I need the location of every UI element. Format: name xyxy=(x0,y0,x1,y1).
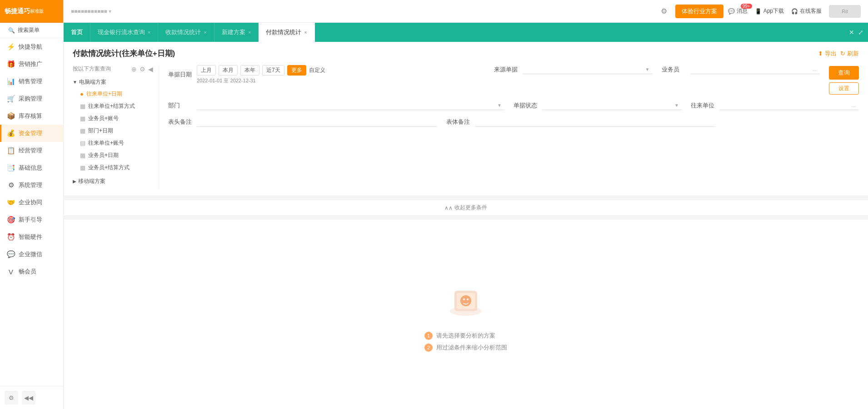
settings-icon[interactable]: ⚙ xyxy=(657,5,671,18)
filter-row-3: 表头备注 表体备注 xyxy=(168,116,859,127)
sidebar-item-system[interactable]: ⚙ 系统管理 xyxy=(0,177,63,194)
add-scheme-btn[interactable]: ⊕ xyxy=(131,66,137,73)
doc-status-field: 单据状态 ▼ xyxy=(514,101,682,110)
mobile-section-label: 移动端方案 xyxy=(78,177,105,185)
scheme-unit-date[interactable]: ● 往来单位+日期 xyxy=(73,88,153,100)
purchase-label: 采购管理 xyxy=(19,95,42,103)
scheme-staff-account[interactable]: ▦ 业务员+账号 xyxy=(73,112,153,125)
svg-point-5 xyxy=(467,298,469,300)
app-download-btn[interactable]: 📱 App下载 xyxy=(755,7,784,15)
scheme-unit-settle[interactable]: ▦ 往来单位+结算方式 xyxy=(73,100,153,112)
export-btn[interactable]: ⬆ 导出 xyxy=(818,50,837,58)
tab-new-scheme[interactable]: 新建方案 × xyxy=(215,23,259,42)
sidebar-item-enterprise[interactable]: 🤝 企业协同 xyxy=(0,194,63,211)
search-icon: 🔍 xyxy=(8,27,15,34)
desktop-section-label: 电脑端方案 xyxy=(79,78,106,86)
desktop-arrow-icon: ▼ xyxy=(73,80,77,85)
desktop-section-title[interactable]: ▼ 电脑端方案 xyxy=(73,76,153,88)
collapse-panel-btn[interactable]: ◀ xyxy=(148,66,153,73)
messages-badge: 99+ xyxy=(741,4,752,9)
app-logo: 畅捷通巧 标准版 xyxy=(0,0,63,23)
phone-icon: 📱 xyxy=(755,8,762,15)
sidebar-item-marketing[interactable]: 🎁 营销推广 xyxy=(0,56,63,73)
user-avatar[interactable]: Rit xyxy=(829,5,861,18)
industry-btn[interactable]: 体验行业方案 xyxy=(675,5,723,18)
enterprise-label: 企业协同 xyxy=(19,198,42,207)
sidebar-item-search[interactable]: 🔍 搜索菜单 xyxy=(0,23,63,38)
dept-label: 部门 xyxy=(168,101,193,110)
tip-1-num: 1 xyxy=(424,332,433,340)
sidebar: 畅捷通巧 标准版 🔍 搜索菜单 ⚡ 快捷导航 🎁 营销推广 📊 销售管理 🛒 采… xyxy=(0,0,64,409)
sidebar-item-vip[interactable]: V 畅会员 xyxy=(0,263,63,280)
filter-settings-btn[interactable]: 设置 xyxy=(829,82,859,95)
tab-new-scheme-close[interactable]: × xyxy=(248,30,251,35)
system-icon: ⚙ xyxy=(7,181,15,189)
counterpart-label: 往来单位 xyxy=(691,101,716,110)
messages-btn[interactable]: 💬 消息 99+ xyxy=(728,7,748,15)
scheme-dept-date[interactable]: ▦ 部门+日期 xyxy=(73,125,153,137)
source-select[interactable]: ▼ xyxy=(523,65,653,74)
tab-bank-close[interactable]: × xyxy=(148,30,150,35)
mobile-section-title[interactable]: ▶ 移动端方案 xyxy=(73,176,153,187)
maximize-btn[interactable]: ⤢ xyxy=(858,29,863,36)
tab-payment[interactable]: 付款情况统计 × xyxy=(259,23,314,42)
refresh-icon: ↻ xyxy=(840,50,845,57)
body-note-input[interactable] xyxy=(475,116,715,127)
filter-row-1: 单据日期 上月 本月 本年 近7天 更多 自定义 20 xyxy=(168,65,859,95)
tab-home[interactable]: 首页 xyxy=(64,23,90,42)
date-last-7days[interactable]: 近7天 xyxy=(262,65,284,76)
desktop-schemes-section: ▼ 电脑端方案 ● 往来单位+日期 ▦ 往来单位+结算方式 ▦ xyxy=(73,76,153,174)
query-btn-group: 查询 设置 xyxy=(829,66,859,95)
sidebar-item-quicknav[interactable]: ⚡ 快捷导航 xyxy=(0,38,63,56)
sidebar-item-wechat[interactable]: 💬 企业微信 xyxy=(0,246,63,263)
sidebar-settings-btn[interactable]: ⚙ xyxy=(5,391,18,404)
online-service-btn[interactable]: 🎧 在线客服 xyxy=(791,7,822,15)
scheme-staff-date[interactable]: ▦ 业务员+日期 xyxy=(73,149,153,162)
scheme-settings-btn[interactable]: ⚙ xyxy=(140,66,145,73)
header-note-input[interactable] xyxy=(197,116,437,127)
sidebar-item-purchase[interactable]: 🛒 采购管理 xyxy=(0,90,63,107)
date-more-btn[interactable]: 更多 xyxy=(287,65,306,76)
scheme-unit-account[interactable]: ▤ 往来单位+账号 xyxy=(73,137,153,149)
filter-area: 付款情况统计(往来单位+日期) ⬆ 导出 ↻ 刷新 xyxy=(64,42,868,195)
collapse-conditions-btn[interactable]: ∧∧ 收起更多条件 xyxy=(64,200,868,215)
dept-field: 部门 ▼ xyxy=(168,101,504,110)
date-label: 单据日期 xyxy=(168,71,193,79)
scheme-icon-3: ▦ xyxy=(80,127,85,134)
scheme-staff-account-label: 业务员+账号 xyxy=(88,115,119,122)
dept-select[interactable]: ▼ xyxy=(197,101,504,110)
query-btn[interactable]: 查询 xyxy=(829,66,859,80)
scheme-staff-date-label: 业务员+日期 xyxy=(88,151,119,159)
close-window-btn[interactable]: ✕ xyxy=(849,29,854,36)
tab-receipt[interactable]: 收款情况统计 × xyxy=(158,23,214,42)
counterpart-select[interactable]: … xyxy=(719,101,859,110)
sidebar-item-funds[interactable]: 💰 资金管理 xyxy=(0,125,63,142)
guide-label: 新手引导 xyxy=(19,216,42,224)
tab-payment-close[interactable]: × xyxy=(304,30,307,35)
tab-receipt-label: 收款情况统计 xyxy=(165,28,201,36)
topbar: ■■■■■■■■■■■ ▾ ⚙ 体验行业方案 💬 消息 99+ 📱 App下载 … xyxy=(64,0,868,23)
sidebar-item-sales[interactable]: 📊 销售管理 xyxy=(0,73,63,90)
mobile-schemes-section: ▶ 移动端方案 xyxy=(73,176,153,187)
sidebar-bottom: ⚙ ◀◀ xyxy=(0,386,63,409)
date-last-month[interactable]: 上月 xyxy=(197,65,216,76)
scheme-staff-settle[interactable]: ▦ 业务员+结算方式 xyxy=(73,162,153,174)
sidebar-item-guide[interactable]: 🎯 新手引导 xyxy=(0,211,63,228)
date-this-month[interactable]: 本月 xyxy=(219,65,238,76)
tab-receipt-close[interactable]: × xyxy=(204,30,206,35)
sidebar-item-hardware[interactable]: ⏰ 智能硬件 xyxy=(0,228,63,246)
custom-label[interactable]: 自定义 xyxy=(309,66,325,74)
tabbar: 首页 现金银行流水查询 × 收款情况统计 × 新建方案 × 付款情况统计 × ✕… xyxy=(64,23,868,42)
hardware-icon: ⏰ xyxy=(7,233,15,241)
tab-bank[interactable]: 现金银行流水查询 × xyxy=(90,23,158,42)
date-this-year[interactable]: 本年 xyxy=(240,65,259,76)
sidebar-collapse-btn[interactable]: ◀◀ xyxy=(22,391,35,404)
staff-select[interactable]: … xyxy=(690,65,820,74)
filter-row-2: 部门 ▼ 单据状态 ▼ xyxy=(168,101,859,110)
body-note-field: 表体备注 xyxy=(446,116,715,127)
sidebar-item-inventory[interactable]: 📦 库存核算 xyxy=(0,107,63,125)
sidebar-item-operations[interactable]: 📋 经营管理 xyxy=(0,142,63,159)
refresh-btn[interactable]: ↻ 刷新 xyxy=(840,50,859,58)
doc-status-select[interactable]: ▼ xyxy=(542,101,682,110)
sidebar-item-basic[interactable]: 📑 基础信息 xyxy=(0,159,63,177)
